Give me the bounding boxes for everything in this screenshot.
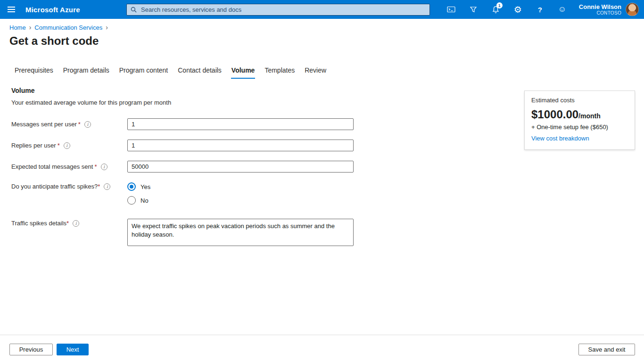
help-icon[interactable] — [529, 0, 551, 19]
tab-volume[interactable]: Volume — [231, 65, 256, 79]
chevron-right-icon — [29, 24, 32, 31]
field-label: Replies per user — [11, 142, 56, 149]
radio-label: Yes — [140, 183, 150, 190]
save-and-exit-button[interactable]: Save and exit — [578, 344, 635, 355]
tab-program-content[interactable]: Program content — [119, 65, 169, 79]
avatar[interactable] — [626, 3, 639, 16]
tab-templates[interactable]: Templates — [264, 65, 295, 79]
form-row: Messages sent per user * — [11, 118, 379, 130]
hamburger-menu-button[interactable] — [0, 0, 23, 19]
notification-badge: 1 — [496, 2, 503, 8]
breadcrumb: Home Communication Services — [9, 24, 108, 31]
radio-option-no[interactable]: No — [127, 196, 150, 205]
required-mark: * — [98, 183, 100, 190]
form-row: Replies per user * — [11, 140, 379, 151]
traffic-spikes-label: Do you anticipate traffic spikes?* — [11, 182, 127, 190]
notifications-button[interactable]: 1 — [485, 0, 507, 19]
wizard-tabs: Prerequisites Program details Program co… — [14, 65, 336, 79]
cloud-shell-icon — [447, 6, 455, 13]
required-mark: * — [94, 163, 97, 170]
info-icon[interactable] — [84, 121, 91, 128]
radio-icon — [127, 182, 136, 191]
field-label: Messages sent per user — [11, 121, 77, 128]
topbar-actions: 1 Connie Wilson CONTOSO — [440, 0, 644, 19]
section-subtitle: Your estimated average volume for this p… — [11, 99, 379, 106]
info-icon[interactable] — [64, 142, 70, 149]
messages-sent-input[interactable] — [127, 118, 354, 130]
radio-label: No — [140, 197, 149, 204]
footer-divider — [0, 335, 644, 335]
chevron-right-icon — [106, 24, 108, 31]
page-title: Get a short code — [9, 34, 99, 48]
section-title: Volume — [11, 87, 379, 94]
user-directory: CONTOSO — [597, 10, 621, 16]
estimated-costs-card: Estimated costs $1000.00 /month + One-ti… — [524, 90, 635, 150]
messages-sent-label: Messages sent per user * — [11, 121, 127, 128]
app-title: Microsoft Azure — [25, 6, 80, 14]
cost-amount: $1000.00 — [531, 108, 578, 121]
required-mark: * — [78, 121, 81, 128]
tab-program-details[interactable]: Program details — [63, 65, 110, 79]
global-search-box[interactable] — [126, 4, 430, 16]
expected-total-input[interactable] — [127, 161, 354, 173]
required-mark: * — [66, 220, 69, 227]
form-row: Expected total messages sent * — [11, 161, 379, 173]
setup-fee: + One-time setup fee ($650) — [531, 123, 628, 131]
cost-card-title: Estimated costs — [531, 97, 628, 104]
tab-contact-details[interactable]: Contact details — [177, 65, 222, 79]
tab-prerequisites[interactable]: Prerequisites — [14, 65, 54, 79]
cloud-shell-button[interactable] — [440, 0, 462, 19]
breadcrumb-home[interactable]: Home — [9, 24, 26, 31]
filter-icon — [470, 6, 477, 13]
spike-details-input[interactable]: We expect traffic spikes on peak vacatio… — [127, 219, 354, 246]
directory-filter-button[interactable] — [462, 0, 485, 19]
previous-button[interactable]: Previous — [9, 344, 53, 355]
expected-total-label: Expected total messages sent * — [11, 163, 127, 170]
search-input[interactable] — [140, 6, 426, 14]
next-button[interactable]: Next — [57, 344, 89, 355]
feedback-smiley-icon[interactable] — [551, 0, 573, 19]
info-icon[interactable] — [73, 220, 79, 227]
form-row: Do you anticipate traffic spikes?* Yes N… — [11, 182, 379, 209]
field-label: Do you anticipate traffic spikes? — [11, 183, 98, 190]
info-icon[interactable] — [101, 164, 107, 170]
info-icon[interactable] — [104, 183, 110, 190]
breadcrumb-communication-services[interactable]: Communication Services — [34, 24, 102, 31]
field-label: Traffic spikes details — [11, 220, 66, 227]
topbar: Microsoft Azure 1 — [0, 0, 644, 19]
radio-icon — [127, 196, 136, 205]
radio-option-yes[interactable]: Yes — [127, 182, 150, 191]
radio-group: Yes No — [127, 182, 150, 209]
user-name: Connie Wilson — [579, 3, 621, 10]
account-menu[interactable]: Connie Wilson CONTOSO — [579, 3, 621, 16]
spike-details-label: Traffic spikes details* — [11, 219, 127, 227]
replies-input[interactable] — [127, 140, 354, 151]
form-row: Traffic spikes details* We expect traffi… — [11, 219, 379, 246]
tab-review[interactable]: Review — [304, 65, 327, 79]
required-mark: * — [58, 142, 60, 149]
search-icon — [131, 7, 137, 13]
settings-gear-icon[interactable] — [507, 0, 529, 19]
replies-label: Replies per user * — [11, 142, 127, 149]
field-label: Expected total messages sent — [11, 163, 93, 170]
cost-period: /month — [578, 112, 601, 120]
volume-form: Volume Your estimated average volume for… — [11, 87, 379, 255]
view-cost-breakdown-link[interactable]: View cost breakdown — [531, 135, 589, 142]
